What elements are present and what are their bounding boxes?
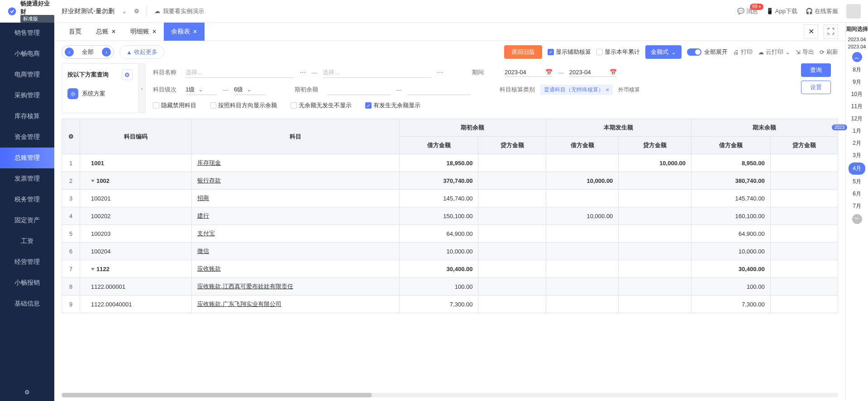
subject-link[interactable]: 建行	[197, 212, 209, 219]
print-button[interactable]: 🖨 打印	[733, 48, 753, 56]
chevron-left-icon[interactable]: ‹	[65, 48, 74, 57]
table-row[interactable]: 71122应收账款30,400.0030,400.00	[62, 260, 838, 278]
fullscreen-button[interactable]: ⛶	[824, 24, 838, 39]
period-month[interactable]: 4月	[849, 162, 865, 175]
subject-from-input[interactable]	[186, 67, 294, 78]
subject-link[interactable]: 微信	[197, 248, 209, 254]
tag-close-icon[interactable]: ✕	[606, 87, 609, 92]
sidebar-item[interactable]: 基础信息	[0, 293, 54, 314]
period-month[interactable]: 2月	[846, 137, 868, 149]
sidebar-item[interactable]: 固定资产	[0, 210, 54, 231]
subject-link[interactable]: 应收账款.广东飞翔实业有限公司	[197, 301, 281, 307]
period-month[interactable]: 3月	[846, 149, 868, 162]
period-month[interactable]: 10月	[846, 88, 868, 100]
tab[interactable]: 余额表✕	[164, 23, 205, 41]
messages-button[interactable]: 💬 消息 99 +	[737, 7, 758, 15]
no-balance-checkbox[interactable]: 无余额无发生不显示	[291, 101, 352, 110]
close-icon[interactable]: ✕	[111, 29, 116, 35]
period-month[interactable]: 1月	[846, 125, 868, 137]
has-occur-checkbox[interactable]: ✓ 有发生无余额显示	[365, 101, 420, 110]
sidebar-item[interactable]: 采购管理	[0, 85, 54, 106]
period-month[interactable]: 12月	[846, 113, 868, 125]
more-icon[interactable]: ⋯	[300, 69, 306, 76]
period-down-button[interactable]: ︾	[852, 214, 862, 224]
filter-settings-button[interactable]: 设置	[801, 81, 831, 94]
period-month[interactable]: 8月	[846, 64, 868, 76]
back-old-button[interactable]: 退回旧版	[504, 45, 542, 59]
sidebar-item[interactable]: 销售管理	[0, 23, 54, 43]
avatar[interactable]	[846, 4, 861, 19]
accounting-type-tag[interactable]: 普通科目（无特殊核算） ✕	[540, 85, 613, 95]
table-row[interactable]: 21002银行存款370,740.0010,000.00380,740.00	[62, 172, 838, 190]
subject-link[interactable]: 应收账款.江西真可爱布娃娃有限责任	[197, 283, 293, 290]
support-button[interactable]: 🎧 在线客服	[806, 7, 838, 15]
table-row[interactable]: 5100203支付宝64,900.0064,900.00	[62, 225, 838, 243]
subject-to-input[interactable]	[323, 67, 431, 78]
sidebar-item[interactable]: 发票管理	[0, 168, 54, 189]
show-aux-checkbox[interactable]: ✓ 显示辅助核算	[548, 48, 591, 56]
table-row[interactable]: 11001库存现金18,950.0010,000.008,950.00	[62, 154, 838, 172]
export-button[interactable]: ⇲ 导出	[796, 48, 814, 56]
horizontal-scrollbar[interactable]	[62, 393, 838, 397]
download-button[interactable]: 📱 App下载	[766, 7, 797, 15]
sidebar-item[interactable]: 电商管理	[0, 64, 54, 85]
cloud-print-button[interactable]: ☁ 云打印 ⌄	[758, 48, 790, 56]
workspace-selector[interactable]: 好业财测试-量勿删 ⌄ ⚙ ☁ 我要看实例演示	[62, 6, 204, 17]
table-settings-header[interactable]: ⚙	[62, 119, 80, 154]
table-row[interactable]: 91122.00040001应收账款.广东飞翔实业有限公司7,300.007,3…	[62, 296, 838, 313]
level-to-select[interactable]: 6级 ⌄	[234, 85, 266, 95]
sidebar-item[interactable]: 库存核算	[0, 106, 54, 127]
subject-link[interactable]: 银行存款	[197, 177, 221, 184]
table-row[interactable]: 6100204微信10,000.0010,000.00	[62, 243, 838, 260]
close-icon[interactable]: ✕	[193, 29, 197, 35]
collapse-scheme-handle[interactable]: ‹	[138, 63, 146, 113]
tab[interactable]: 总账✕	[89, 23, 123, 41]
level-from-select[interactable]: 1级 ⌄	[186, 85, 217, 95]
period-to-picker[interactable]: 2023-04 📅	[569, 68, 617, 77]
tab[interactable]: 首页	[62, 23, 89, 41]
scheme-settings-button[interactable]: ⚙	[122, 69, 133, 80]
collapse-filters-button[interactable]: ▲ 收起更多	[119, 45, 164, 59]
accounting-type-tag2[interactable]: 外币核算	[618, 86, 640, 94]
subject-link[interactable]: 支付宝	[197, 230, 215, 237]
expand-icon[interactable]	[91, 268, 95, 271]
more-icon[interactable]: ⋯	[437, 69, 443, 76]
period-from-picker[interactable]: 2023-04 📅	[505, 68, 553, 77]
sidebar-item[interactable]: 经营管理	[0, 252, 54, 272]
opening-balance-input[interactable]	[327, 84, 391, 95]
search-button[interactable]: 查询	[801, 63, 831, 77]
tab[interactable]: 明细账✕	[123, 23, 164, 41]
period-month[interactable]: 9月	[846, 76, 868, 88]
table-row[interactable]: 3100201招商145,740.00145,740.00	[62, 190, 838, 207]
subject-link[interactable]: 库存现金	[197, 159, 221, 166]
period-month[interactable]: 7月	[846, 200, 868, 212]
opening-balance-to-input[interactable]	[407, 84, 471, 95]
sidebar-item[interactable]: 总账管理	[0, 148, 54, 168]
chevron-right-icon[interactable]: ›	[102, 48, 111, 57]
sidebar-item[interactable]: 小畅电商	[0, 43, 54, 64]
period-up-button[interactable]: ︽	[852, 52, 862, 62]
subject-link[interactable]: 应收账款	[197, 265, 221, 272]
sidebar-item[interactable]: 小畅报销	[0, 272, 54, 293]
table-row[interactable]: 4100202建行150,100.0010,000.00160,100.00	[62, 207, 838, 225]
sidebar-item[interactable]: 税务管理	[0, 189, 54, 210]
refresh-button[interactable]: ⟳ 刷新	[820, 48, 838, 56]
expand-icon[interactable]	[91, 180, 95, 182]
by-direction-checkbox[interactable]: 按照科目方向显示余额	[210, 101, 277, 110]
period-month[interactable]: 11月	[846, 100, 868, 113]
demo-link[interactable]: ☁ 我要看实例演示	[154, 7, 204, 15]
close-icon[interactable]: ✕	[152, 29, 157, 35]
show-year-checkbox[interactable]: 显示本年累计	[596, 48, 640, 56]
table-row[interactable]: 81122.000001应收账款.江西真可爱布娃娃有限责任100.00100.0…	[62, 278, 838, 296]
scheme-item-system[interactable]: ◎ 系统方案	[67, 86, 133, 102]
hide-disabled-checkbox[interactable]: 隐藏禁用科目	[153, 101, 196, 110]
close-tab-button[interactable]: ✕	[804, 24, 818, 39]
gear-icon[interactable]: ⚙	[134, 8, 139, 14]
sidebar-item[interactable]: 资金管理	[0, 127, 54, 148]
period-month[interactable]: 6月	[846, 188, 868, 200]
sidebar-item[interactable]: 工资	[0, 231, 54, 252]
scrollbar-thumb[interactable]	[62, 393, 372, 397]
amount-mode-dropdown[interactable]: 金额式 ⌄	[645, 45, 682, 59]
expand-all-toggle[interactable]: 全部展开	[687, 48, 728, 56]
scope-selector[interactable]: ‹ 全部 ›	[62, 45, 114, 59]
